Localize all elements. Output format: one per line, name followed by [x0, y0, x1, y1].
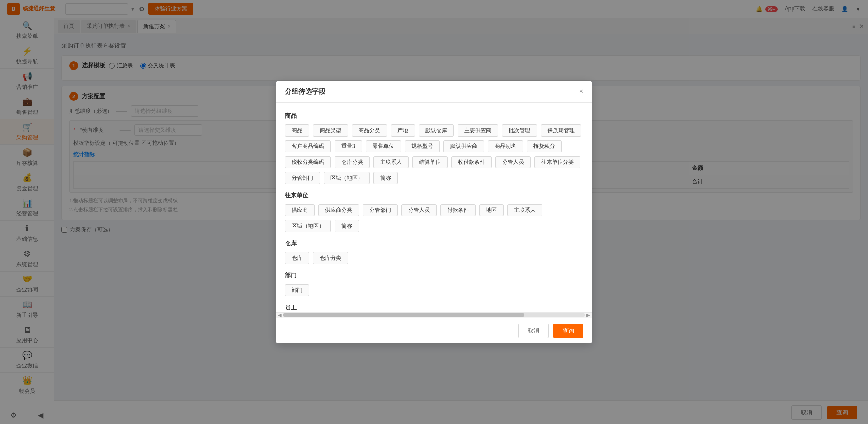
field-product-category[interactable]: 商品分类	[352, 124, 387, 137]
field-tax-code[interactable]: 税收分类编码	[285, 156, 331, 168]
field-region-product[interactable]: 区域（地区）	[324, 172, 370, 184]
group-title-warehouse: 仓库	[285, 239, 583, 248]
field-short-name-partner[interactable]: 简称	[335, 220, 359, 232]
group-title-dept: 部门	[285, 272, 583, 280]
field-short-name-product[interactable]: 简称	[373, 172, 398, 184]
field-dept[interactable]: 部门	[285, 284, 309, 296]
field-weight3[interactable]: 重量3	[335, 140, 362, 152]
hscroll-right-arrow[interactable]: ▶	[585, 313, 591, 318]
field-dept-partner[interactable]: 分管部门	[363, 204, 398, 216]
group-fields-product: 商品 商品类型 商品分类 产地 默认仓库 主要供应商 批次管理 保质期管理 客户…	[285, 124, 583, 184]
modal-cancel-button[interactable]: 取消	[518, 324, 549, 338]
modal-confirm-button[interactable]: 查询	[553, 324, 583, 338]
group-fields-warehouse: 仓库 仓库分类	[285, 252, 583, 264]
field-warehouse[interactable]: 仓库	[285, 252, 309, 264]
field-payment-terms[interactable]: 收付款条件	[451, 156, 492, 168]
group-fields-dept: 部门	[285, 284, 583, 296]
modal-header: 分组待选字段 ×	[276, 81, 592, 103]
field-customer-code[interactable]: 客户商品编码	[285, 140, 331, 152]
field-manager[interactable]: 分管人员	[495, 156, 531, 168]
field-pick-points[interactable]: 拣货积分	[527, 140, 562, 152]
field-main-contact[interactable]: 主联系人	[373, 156, 409, 168]
field-retail-unit[interactable]: 零售单位	[366, 140, 401, 152]
field-select-modal: 分组待选字段 × 商品 商品 商品类型 商品分类 产地 默认仓库 主要供应商 批…	[276, 81, 592, 343]
field-partner-category[interactable]: 往来单位分类	[534, 156, 580, 168]
field-supplier[interactable]: 供应商	[285, 204, 315, 216]
field-main-supplier[interactable]: 主要供应商	[458, 124, 498, 137]
field-supplier-category[interactable]: 供应商分类	[318, 204, 359, 216]
field-spec-model[interactable]: 规格型号	[405, 140, 440, 152]
field-product[interactable]: 商品	[285, 124, 309, 137]
hscroll-left-arrow[interactable]: ◀	[277, 313, 283, 318]
field-product-type[interactable]: 商品类型	[313, 124, 348, 137]
field-warehouse-cat[interactable]: 仓库分类	[313, 252, 348, 264]
modal-overlay: 分组待选字段 × 商品 商品 商品类型 商品分类 产地 默认仓库 主要供应商 批…	[0, 0, 868, 424]
group-fields-partner: 供应商 供应商分类 分管部门 分管人员 付款条件 地区 主联系人 区域（地区） …	[285, 204, 583, 232]
field-default-warehouse[interactable]: 默认仓库	[419, 124, 454, 137]
field-mgr-partner[interactable]: 分管人员	[401, 204, 437, 216]
hscroll-thumb	[283, 313, 524, 317]
modal-hscroll[interactable]: ◀ ▶	[276, 312, 592, 318]
modal-body: 商品 商品 商品类型 商品分类 产地 默认仓库 主要供应商 批次管理 保质期管理…	[276, 103, 592, 312]
field-pay-terms-partner[interactable]: 付款条件	[440, 204, 476, 216]
field-dept-mgmt[interactable]: 分管部门	[285, 172, 320, 184]
modal-close-button[interactable]: ×	[579, 88, 583, 95]
field-warehouse-category[interactable]: 仓库分类	[335, 156, 370, 168]
field-shelf-life[interactable]: 保质期管理	[541, 124, 581, 137]
modal-title: 分组待选字段	[285, 87, 326, 96]
group-title-staff: 员工	[285, 304, 583, 312]
modal-footer: 取消 查询	[276, 318, 592, 343]
group-title-product: 商品	[285, 112, 583, 120]
field-batch-mgmt[interactable]: 批次管理	[502, 124, 537, 137]
field-area-partner[interactable]: 地区	[479, 204, 504, 216]
hscroll-bar[interactable]	[283, 313, 585, 317]
group-title-partner: 往来单位	[285, 191, 583, 200]
field-default-supplier[interactable]: 默认供应商	[443, 140, 484, 152]
field-main-contact-partner[interactable]: 主联系人	[507, 204, 542, 216]
field-region-partner[interactable]: 区域（地区）	[285, 220, 331, 232]
field-settlement-unit[interactable]: 结算单位	[412, 156, 448, 168]
field-origin[interactable]: 产地	[391, 124, 415, 137]
field-product-alias[interactable]: 商品别名	[488, 140, 523, 152]
